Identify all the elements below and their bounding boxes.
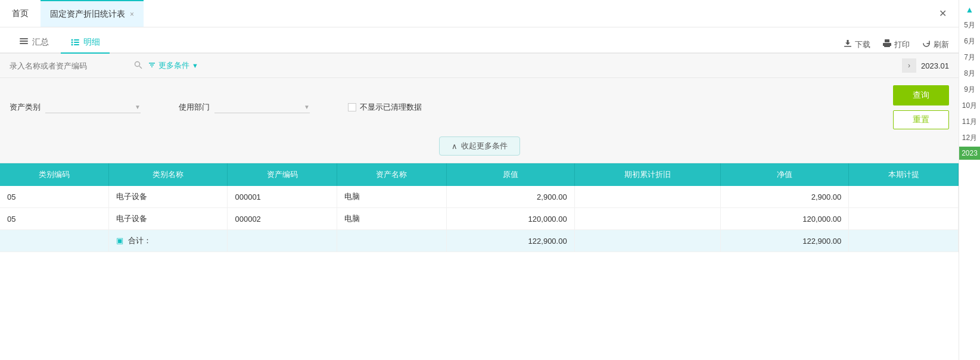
svg-rect-0 <box>20 41 28 42</box>
total-icon: ▣ <box>116 236 123 245</box>
cell-original-value: 2,900.00 <box>446 186 574 208</box>
cell-total-empty-3 <box>337 230 447 252</box>
sidebar-month-10[interactable]: 10月 <box>962 98 977 113</box>
date-label: 2023.01 <box>921 61 949 70</box>
no-cleared-checkbox[interactable] <box>348 103 356 111</box>
cell-net-value: 2,900.00 <box>721 186 849 208</box>
asset-category-select[interactable]: ▼ <box>45 101 141 113</box>
col-accumulated-depreciation: 期初累计折旧 <box>574 163 721 186</box>
table-total-row: ▣ 合计： 122,900.00 122,900.00 <box>0 230 959 252</box>
tab-summary-label: 汇总 <box>32 37 49 48</box>
print-button[interactable]: 打印 <box>882 39 910 50</box>
department-select[interactable]: ▼ <box>214 101 310 113</box>
search-input[interactable] <box>10 61 129 70</box>
no-cleared-checkbox-item[interactable]: 不显示已清理数据 <box>348 102 422 113</box>
cell-asset-name: 电脑 <box>337 186 447 208</box>
cell-net-value: 120,000.00 <box>721 208 849 230</box>
cell-asset-name: 电脑 <box>337 208 447 230</box>
tab-summary[interactable]: 汇总 <box>10 32 58 54</box>
cell-total-current <box>849 230 959 252</box>
col-asset-name: 资产名称 <box>337 163 447 186</box>
more-filter-button[interactable]: 更多条件 ▼ <box>148 60 198 71</box>
active-tab-label: 固定资产折旧统计表 <box>50 9 125 20</box>
sidebar-month-7[interactable]: 7月 <box>964 50 975 65</box>
sidebar-scroll-up[interactable]: ▲ <box>966 5 974 14</box>
collapse-label: 收起更多条件 <box>461 141 508 151</box>
cell-asset-code: 000001 <box>228 186 337 208</box>
table-row: 05 电子设备 000001 电脑 2,900.00 2,900.00 <box>0 186 959 208</box>
reset-button[interactable]: 重置 <box>893 110 949 129</box>
search-icon[interactable] <box>133 60 143 72</box>
sidebar-month-5[interactable]: 5月 <box>964 18 975 33</box>
cell-current-depreciation <box>849 208 959 230</box>
right-sidebar: ▲ 5月 6月 7月 8月 9月 10月 11月 12月 2023 <box>959 0 980 360</box>
refresh-icon <box>922 39 931 50</box>
svg-line-13 <box>139 66 142 69</box>
no-cleared-label: 不显示已清理数据 <box>360 102 422 113</box>
department-dropdown[interactable] <box>214 103 310 111</box>
col-original-value: 原值 <box>446 163 574 186</box>
sidebar-year-2023[interactable]: 2023 <box>959 147 980 160</box>
filter-actions: 查询 重置 <box>893 85 949 129</box>
download-button[interactable]: 下载 <box>843 39 870 50</box>
chevron-up-icon: ∧ <box>452 142 458 151</box>
nav-arrow-button[interactable]: › <box>902 58 916 73</box>
refresh-button[interactable]: 刷新 <box>922 39 949 50</box>
svg-rect-1 <box>20 43 28 44</box>
col-net-value: 净值 <box>721 163 849 186</box>
window-close-button[interactable]: ✕ <box>927 0 959 27</box>
sidebar-month-12[interactable]: 12月 <box>962 131 977 145</box>
cell-total-original-value: 122,900.00 <box>446 230 574 252</box>
department-label: 使用部门 <box>179 102 210 113</box>
cell-total-label: ▣ 合计： <box>108 230 227 252</box>
cell-accumulated-depreciation <box>574 186 721 208</box>
col-current-depreciation: 本期计提 <box>849 163 959 186</box>
asset-category-filter: 资产类别 ▼ <box>10 101 141 113</box>
svg-point-5 <box>71 42 73 44</box>
total-label-text: 合计： <box>128 236 151 245</box>
tab-detail[interactable]: 明细 <box>61 32 110 54</box>
svg-rect-4 <box>74 39 79 41</box>
chevron-down-icon: ▼ <box>192 62 198 69</box>
svg-point-12 <box>135 61 140 66</box>
search-bar: 更多条件 ▼ › 2023.01 <box>0 54 959 78</box>
cell-category-name: 电子设备 <box>108 208 227 230</box>
list-icon <box>70 38 80 47</box>
cell-total-net-value: 122,900.00 <box>721 230 849 252</box>
svg-rect-6 <box>74 42 79 43</box>
table-row: 05 电子设备 000002 电脑 120,000.00 120,000.00 <box>0 208 959 230</box>
cell-asset-code: 000002 <box>228 208 337 230</box>
data-table: 类别编码 类别名称 资产编码 资产名称 原值 期初累计折旧 净值 本期计提 05… <box>0 163 959 252</box>
cell-accumulated-depreciation <box>574 208 721 230</box>
cell-total-empty-1 <box>0 230 108 252</box>
svg-rect-8 <box>74 44 79 45</box>
collapse-button[interactable]: ∧ 收起更多条件 <box>439 136 520 156</box>
print-label: 打印 <box>894 39 910 50</box>
active-tab[interactable]: 固定资产折旧统计表 × <box>41 0 144 27</box>
cell-total-accumulated <box>574 230 721 252</box>
cell-current-depreciation <box>849 186 959 208</box>
top-nav: 首页 固定资产折旧统计表 × ✕ <box>0 0 959 27</box>
cell-category-name: 电子设备 <box>108 186 227 208</box>
sidebar-month-6[interactable]: 6月 <box>964 34 975 49</box>
tab-close-icon[interactable]: × <box>130 10 134 18</box>
refresh-label: 刷新 <box>934 39 949 50</box>
svg-rect-9 <box>844 46 851 47</box>
sidebar-month-8[interactable]: 8月 <box>964 66 975 81</box>
download-icon <box>843 39 853 50</box>
svg-rect-11 <box>885 39 889 42</box>
asset-category-dropdown[interactable] <box>45 103 141 111</box>
query-button[interactable]: 查询 <box>893 85 949 105</box>
tab-detail-label: 明细 <box>83 37 100 48</box>
asset-category-label: 资产类别 <box>10 102 41 113</box>
sidebar-month-9[interactable]: 9月 <box>964 82 975 97</box>
home-nav-item[interactable]: 首页 <box>0 0 41 27</box>
cell-category-code: 05 <box>0 186 108 208</box>
cell-category-code: 05 <box>0 208 108 230</box>
filter-area: 资产类别 ▼ 使用部门 ▼ 不显示已清理数 <box>0 78 959 163</box>
filter-icon <box>148 61 156 71</box>
print-icon <box>882 39 892 50</box>
download-label: 下载 <box>855 39 870 50</box>
department-arrow-icon: ▼ <box>304 104 310 110</box>
sidebar-month-11[interactable]: 11月 <box>962 114 977 129</box>
